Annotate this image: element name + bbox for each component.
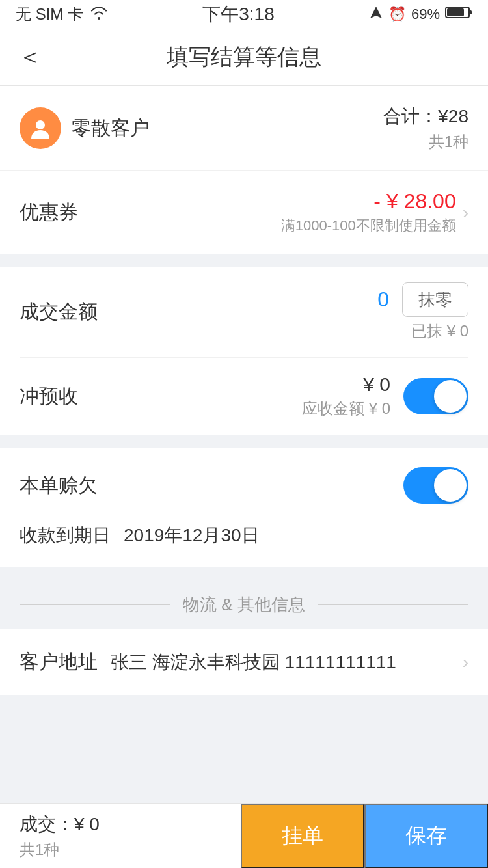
svg-rect-2 — [447, 8, 464, 16]
address-label: 客户地址 — [20, 649, 98, 675]
debt-label: 本单赊欠 — [20, 472, 98, 499]
customer-name: 零散客户 — [72, 115, 150, 142]
status-left: 无 SIM 卡 — [16, 4, 108, 25]
transaction-amount: 0 — [377, 288, 389, 312]
bottom-spacer — [0, 695, 488, 773]
bottom-transaction: 成交：¥ 0 — [20, 812, 221, 837]
advance-main: ¥ 0 — [302, 373, 390, 396]
transaction-row: 成交金额 0 抹零 已抹 ¥ 0 — [0, 267, 488, 357]
back-button[interactable]: ＜ — [18, 41, 42, 73]
debt-toggle-knob — [434, 469, 467, 502]
status-bar: 无 SIM 卡 下午3:18 ⏰ 69% — [0, 0, 488, 29]
address-section[interactable]: 客户地址 张三 海淀永丰科技园 11111111111 › — [0, 629, 488, 695]
date-row: 收款到期日 2019年12月30日 — [0, 523, 488, 567]
logistics-label: 物流 & 其他信息 — [170, 593, 318, 616]
bottom-count: 共1种 — [20, 839, 221, 860]
advance-right: ¥ 0 应收金额 ¥ 0 — [302, 373, 468, 419]
nav-bar: ＜ 填写结算等信息 — [0, 29, 488, 86]
transaction-label: 成交金额 — [20, 299, 98, 325]
due-date-value: 2019年12月30日 — [124, 523, 260, 548]
svg-point-3 — [36, 120, 45, 129]
battery-icon — [445, 5, 472, 23]
due-date-label: 收款到期日 — [20, 523, 111, 548]
coupon-right: - ¥ 28.00 满1000-100不限制使用金额 › — [281, 189, 468, 236]
pending-button[interactable]: 挂单 — [241, 804, 364, 869]
round-button[interactable]: 抹零 — [402, 282, 468, 317]
transaction-right: 0 抹零 已抹 ¥ 0 — [377, 282, 468, 342]
page-title: 填写结算等信息 — [167, 42, 321, 72]
status-right: ⏰ 69% — [369, 5, 472, 23]
carrier-label: 无 SIM 卡 — [16, 4, 83, 25]
advance-label: 冲预收 — [20, 383, 78, 410]
advance-amounts: ¥ 0 应收金额 ¥ 0 — [302, 373, 390, 419]
coupon-label: 优惠券 — [20, 199, 78, 226]
customer-row: 零散客户 合计：¥28 共1种 — [0, 86, 488, 170]
svg-rect-1 — [469, 10, 472, 14]
customer-total: 合计：¥28 — [383, 104, 468, 129]
wifi-icon — [90, 5, 108, 23]
transaction-sub: 已抹 ¥ 0 — [411, 321, 468, 342]
bottom-transaction-label: 成交： — [20, 814, 74, 834]
debt-toggle[interactable] — [403, 467, 468, 504]
bottom-transaction-amount: ¥ 0 — [74, 814, 100, 834]
transaction-amount-row: 0 抹零 — [377, 282, 468, 317]
customer-summary: 合计：¥28 共1种 — [383, 104, 468, 152]
battery-label: 69% — [411, 6, 440, 23]
address-chevron-icon: › — [463, 652, 468, 673]
logistics-divider: 物流 & 其他信息 — [0, 580, 488, 629]
customer-count: 共1种 — [383, 131, 468, 152]
customer-avatar — [20, 107, 61, 149]
location-icon — [369, 5, 383, 23]
coupon-desc: 满1000-100不限制使用金额 — [281, 216, 456, 236]
transaction-section: 成交金额 0 抹零 已抹 ¥ 0 冲预收 ¥ 0 应收金额 ¥ 0 — [0, 267, 488, 435]
coupon-row[interactable]: 优惠券 - ¥ 28.00 满1000-100不限制使用金额 › — [0, 170, 488, 254]
debt-section: 本单赊欠 收款到期日 2019年12月30日 — [0, 448, 488, 567]
logistics-line-left — [20, 604, 170, 605]
address-row[interactable]: 客户地址 张三 海淀永丰科技园 11111111111 › — [0, 629, 488, 695]
bottom-summary: 成交：¥ 0 共1种 — [0, 812, 241, 860]
chevron-right-icon: › — [463, 202, 468, 223]
advance-toggle[interactable] — [403, 378, 468, 414]
address-value: 张三 海淀永丰科技园 11111111111 — [111, 650, 463, 675]
customer-section: 零散客户 合计：¥28 共1种 优惠券 - ¥ 28.00 满1000-100不… — [0, 86, 488, 254]
save-button[interactable]: 保存 — [364, 804, 488, 869]
toggle-knob — [434, 380, 467, 413]
coupon-discount: - ¥ 28.00 — [281, 189, 456, 213]
logistics-line-right — [318, 604, 468, 605]
advance-row: 冲预收 ¥ 0 应收金额 ¥ 0 — [0, 358, 488, 435]
coupon-info: - ¥ 28.00 满1000-100不限制使用金额 — [281, 189, 456, 236]
customer-info: 零散客户 — [20, 107, 150, 149]
alarm-icon: ⏰ — [388, 6, 406, 23]
advance-sub: 应收金额 ¥ 0 — [302, 398, 390, 419]
debt-row: 本单赊欠 — [0, 448, 488, 523]
bottom-bar: 成交：¥ 0 共1种 挂单 保存 — [0, 803, 488, 868]
time-label: 下午3:18 — [202, 2, 275, 27]
